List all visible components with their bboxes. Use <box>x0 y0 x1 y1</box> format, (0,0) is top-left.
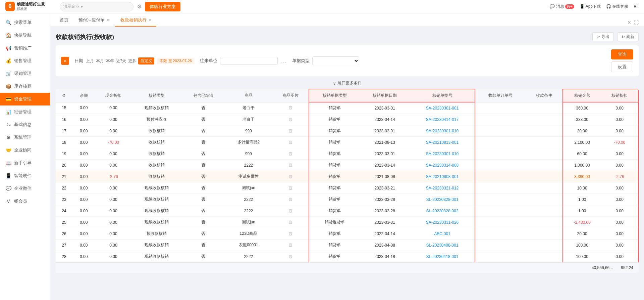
date-opt-this-year[interactable]: 本年 <box>106 58 114 64</box>
sidebar-item-basic[interactable]: 🗂 基础信息 <box>0 118 50 131</box>
sidebar-item-purchase[interactable]: 🛒 采购管理 <box>0 67 50 80</box>
table-cell[interactable]: SA-20230414-017 <box>410 114 475 125</box>
table-cell: 销货单 <box>309 160 360 171</box>
vip-icon: V <box>5 199 11 204</box>
table-cell: 销货单 <box>309 148 360 160</box>
table-cell[interactable]: SL-20230418-001 <box>410 251 475 262</box>
table-cell: 2023-03-28 <box>360 194 410 205</box>
sidebar-item-hardware[interactable]: 📱 智能硬件 <box>0 169 50 182</box>
cart-icon: 🛒 <box>5 71 11 76</box>
table-cell: 0.00 <box>95 160 132 171</box>
table-cell: 100.00 <box>563 251 601 262</box>
money-icon: 💰 <box>5 58 11 63</box>
sidebar-item-sales[interactable]: 💰 销售管理 <box>0 54 50 67</box>
refresh-button[interactable]: ↻ 刷新 <box>617 32 639 41</box>
logo-icon: 6 <box>5 2 15 11</box>
message-count: 99+ <box>565 4 574 9</box>
table-cell[interactable]: SA-20230301-010 <box>410 148 475 160</box>
message-icon[interactable]: 💬 消息 99+ <box>550 4 574 9</box>
table-cell[interactable]: SL-20230328-002 <box>410 205 475 217</box>
table-cell: 0.00 <box>601 148 638 160</box>
table-cell: 360.00 <box>563 102 601 114</box>
col-verify-amount: 核销金额 <box>563 89 601 102</box>
col-cash-discount: 现金折扣 <box>95 89 132 102</box>
tab-prepay[interactable]: 预付冲应付单 × <box>73 14 114 27</box>
filter-expand-icon[interactable]: » <box>61 57 69 65</box>
sidebar-item-inventory[interactable]: 📦 库存核算 <box>0 80 50 93</box>
table-cell: 0.00 <box>72 114 95 125</box>
table-cell[interactable]: SA-20210813-001 <box>410 137 475 148</box>
date-opt-more[interactable]: 更多 <box>128 58 136 64</box>
party-input[interactable] <box>220 57 278 65</box>
table-cell[interactable]: SA-20230321-012 <box>410 182 475 194</box>
table-cell <box>526 194 562 205</box>
table-cell[interactable]: SA-20230301-001 <box>410 102 475 114</box>
date-range-display[interactable]: 不限 至 2023-07-26 <box>157 58 194 64</box>
tab-receivable[interactable]: 收款核销执行 × <box>115 14 156 27</box>
date-opt-custom[interactable]: 自定义 <box>138 57 154 65</box>
export-button[interactable]: ↗ 导出 <box>592 32 614 41</box>
table-cell: 销货单 <box>309 137 360 148</box>
sidebar-item-enterprise[interactable]: 🤝 企业协同 <box>0 144 50 157</box>
table-cell: 否 <box>182 125 225 137</box>
sidebar-item-guide[interactable]: 📖 新手引导 <box>0 157 50 169</box>
table-cell: 25 <box>56 217 72 228</box>
settings-icon[interactable]: ⚙ <box>137 3 142 10</box>
close-window-icon[interactable]: ✕ <box>627 20 631 25</box>
table-cell[interactable]: ABC-001 <box>410 228 475 240</box>
date-opt-this-month[interactable]: 本月 <box>96 58 104 64</box>
table-cell[interactable]: SA-20210808-001 <box>410 171 475 182</box>
table-cell[interactable]: SA-20230314-008 <box>410 160 475 171</box>
filter-bar: » 日期 上月 本月 本年 近7天 更多 自定义 不限 至 2023-07-26… <box>56 45 639 76</box>
expand-more-container: ∨ 展开更多条件 <box>56 80 639 86</box>
customer-service-link[interactable]: 🎧 在线客服 <box>606 4 628 9</box>
expand-window-icon[interactable]: ⛶ <box>634 20 639 25</box>
gear-icon: ⚙ <box>5 135 11 140</box>
sidebar-item-search[interactable]: 🔍 搜索菜单 <box>0 16 50 29</box>
table-cell <box>526 205 562 217</box>
type-select[interactable] <box>312 56 359 65</box>
prepay-close-icon[interactable]: × <box>107 18 109 23</box>
table-row: 160.000.00预付冲应收否老白干🖼销货单2023-04-14SA-2023… <box>56 114 638 125</box>
date-opt-last-month[interactable]: 上月 <box>86 58 94 64</box>
table-cell[interactable]: SA-20230301-010 <box>410 125 475 137</box>
table-cell: 0.00 <box>95 205 132 217</box>
home-icon: 🏠 <box>5 33 11 38</box>
expand-more-button[interactable]: ∨ 展开更多条件 <box>333 80 362 86</box>
table-cell: 🖼 <box>272 240 309 251</box>
query-button[interactable]: 查询 <box>611 49 633 59</box>
sidebar-label-inventory: 库存核算 <box>14 83 32 89</box>
sidebar-item-wechat[interactable]: 💬 企业微信 <box>0 182 50 195</box>
sidebar-item-capital[interactable]: 💳 资金管理 <box>0 93 50 105</box>
table-cell[interactable]: SL-20230328-001 <box>410 194 475 205</box>
table-cell <box>526 137 562 148</box>
table-cell: 🖼 <box>272 217 309 228</box>
table-cell[interactable]: SL-20230408-001 <box>410 240 475 251</box>
table-cell <box>475 205 526 217</box>
tab-home[interactable]: 首页 <box>56 14 72 27</box>
table-cell: 销货退货单 <box>309 217 360 228</box>
table-cell: 销货单 <box>309 228 360 240</box>
table-row: 180.00-70.00收款核销否多计量商品2🖼销货单2021-08-13SA-… <box>56 137 638 148</box>
receivable-close-icon[interactable]: × <box>149 18 151 23</box>
app-download-link[interactable]: 📱 App下载 <box>580 4 601 9</box>
company-name[interactable]: 演示企业 ▾ <box>60 2 133 11</box>
table-cell: 20 <box>56 160 72 171</box>
table-cell[interactable]: SA-20230331-026 <box>410 217 475 228</box>
table-cell: 现续收款核销 <box>131 182 181 194</box>
sidebar-item-member[interactable]: V 畅会员 <box>0 195 50 208</box>
sidebar-item-quick-nav[interactable]: 🏠 快捷导航 <box>0 29 50 42</box>
table-cell: 0.00 <box>72 148 95 160</box>
industry-solution-button[interactable]: 体验行业方案 <box>145 2 180 11</box>
date-opt-7days[interactable]: 近7天 <box>116 58 126 64</box>
col-settings[interactable]: ⚙ <box>56 89 72 102</box>
party-dots: ... <box>280 58 287 64</box>
sidebar-item-marketing[interactable]: 📢 营销推广 <box>0 42 50 54</box>
table-cell: 333.00 <box>563 114 601 125</box>
settings-button[interactable]: 设置 <box>611 61 633 72</box>
sidebar-item-system[interactable]: ⚙ 系统管理 <box>0 131 50 144</box>
sidebar-item-operations[interactable]: 📊 经营管理 <box>0 105 50 118</box>
table-cell: 否 <box>182 194 225 205</box>
table-cell: 10.00 <box>563 182 601 194</box>
table-cell: 0.00 <box>95 102 132 114</box>
